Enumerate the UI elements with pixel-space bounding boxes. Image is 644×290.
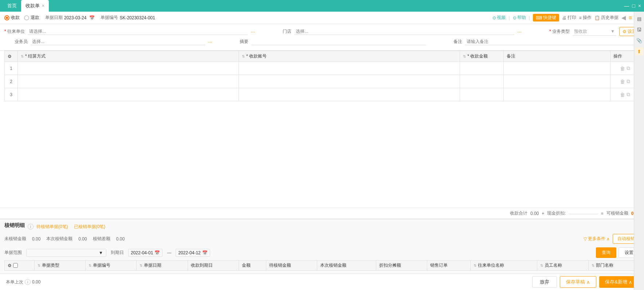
total-value: 0.00 [530, 211, 539, 216]
operation-btn[interactable]: ≡ 操作 [579, 15, 592, 21]
row-1-account[interactable] [239, 62, 460, 75]
date-from-input[interactable]: 2022-04-01 📅 [128, 249, 162, 257]
row-2-amount[interactable] [460, 75, 504, 88]
shortcut-btn[interactable]: ⌨ 快捷键 [533, 14, 559, 21]
sidebar-icon-2[interactable]: 🖫 [635, 26, 643, 34]
row-3-remark[interactable] [504, 88, 610, 101]
summary-input[interactable] [251, 38, 426, 45]
staff-input[interactable] [31, 38, 205, 45]
discount-input[interactable] [569, 212, 598, 214]
select-all-checkbox[interactable] [13, 263, 18, 268]
sidebar-icon-3[interactable]: 📎 [635, 36, 643, 44]
row-1-delete-icon[interactable]: 🗑 [620, 66, 625, 71]
bill-number-col: ⇅单据编号 [86, 260, 137, 271]
video-label: 视频 [497, 15, 506, 21]
operation-label: 操作 [583, 15, 592, 21]
bill-type-label: 单据类型 [42, 262, 59, 269]
refund-radio[interactable]: 退款 [24, 15, 39, 21]
discount-label: 现金折扣: [547, 210, 566, 216]
abandon-btn[interactable]: 放弃 [532, 276, 557, 288]
remark-col-label: 备注 [507, 54, 515, 59]
prev-bill-value: 0.00 [32, 279, 40, 285]
video-btn[interactable]: ⊙ 视频 [492, 15, 506, 21]
operation-icon: ≡ [579, 15, 582, 20]
unverified-label: 未核销金额 [4, 236, 26, 242]
verify-table: ⚙ ⇅单据类型 ⇅单据编号 ⇅单据日期 [4, 260, 640, 271]
row-2-remark[interactable] [504, 75, 610, 88]
number-value[interactable]: SK-20230324-001 [119, 15, 155, 20]
range-select[interactable]: ▼ [26, 249, 106, 257]
done-tab[interactable]: 已核销单据(0笔) [74, 224, 106, 230]
date-to-input[interactable]: 2022-04-12 📅 [176, 249, 210, 257]
row-1-amount[interactable] [460, 62, 504, 75]
receipt-type-group: 收款 退款 [4, 15, 39, 21]
date-from-value: 2022-04-01 [131, 250, 153, 255]
gear-check-col[interactable]: ⚙ [5, 260, 35, 271]
row-1-copy-icon[interactable]: ⧉ [627, 65, 630, 71]
row-3-amount[interactable] [460, 88, 504, 101]
current-col: 本次核销金额 [317, 260, 376, 271]
row-2-delete-icon[interactable]: 🗑 [620, 79, 625, 85]
print-label: 打印 [568, 15, 576, 21]
row-3-settlement[interactable] [18, 88, 239, 101]
date-value[interactable]: 2023-03-24 [64, 15, 86, 20]
row-3-account[interactable] [239, 88, 460, 101]
tab-receipt[interactable]: 收款单 × [21, 0, 49, 12]
from-unit-dots[interactable]: ··· [251, 29, 255, 35]
page-footer: 本单上次 i 0.00 放弃 保存草稿 ∧ 保存&新增 ∧ [0, 274, 644, 290]
verify-info-icon[interactable]: i [28, 224, 34, 230]
date-field: 单据日期 2023-03-24 📅 [45, 15, 95, 21]
bill-date-col: ⇅单据日期 [137, 260, 188, 271]
staff-dots[interactable]: ··· [208, 39, 212, 45]
query-btn[interactable]: 查询 [596, 247, 616, 258]
minimize-btn[interactable]: — [624, 3, 629, 9]
sidebar-icon-4[interactable]: ⬆ [635, 47, 643, 55]
info-icon-footer[interactable]: i [25, 279, 31, 285]
auto-verify-label: 自动核销 [617, 236, 635, 241]
row-3-delete-icon[interactable]: 🗑 [620, 92, 625, 98]
calendar-from-icon: 📅 [154, 250, 160, 255]
sales-order-label: 销售订单 [430, 263, 448, 268]
remark-input[interactable] [465, 38, 640, 45]
diff-value: 0.00 [116, 236, 125, 242]
amount-label: * 收款金额 [467, 53, 488, 59]
tab-receipt-close[interactable]: × [42, 3, 44, 8]
chevron-up-icon: ∧ [606, 236, 610, 242]
more-conditions-label: 更多条件 [588, 236, 605, 242]
row-2-copy-icon[interactable]: ⧉ [627, 78, 630, 85]
history-btn[interactable]: 📋 历史单据 [594, 15, 619, 21]
print-btn[interactable]: 🖨 打印 [562, 15, 576, 21]
shop-input[interactable] [294, 28, 514, 35]
row-1-remark[interactable] [504, 62, 610, 75]
help-btn[interactable]: ⊙ 帮助 [513, 15, 526, 21]
row-2-account[interactable] [239, 75, 460, 88]
due-date-label: 到期日 [111, 250, 124, 256]
row-3-copy-icon[interactable]: ⧉ [627, 91, 630, 98]
current-label: 本次核销金额 [320, 263, 346, 268]
prev-btn[interactable]: ◀ [621, 14, 626, 21]
row-1-settlement[interactable] [18, 62, 239, 75]
receipt-table: ⚙ ⇅ * 结算方式 ⇅ * 收款账号 [4, 51, 640, 101]
save-new-btn[interactable]: 保存&新增 ∧ [599, 276, 638, 288]
gear-bottom-icon: ⚙ [8, 263, 12, 268]
row-2-settlement[interactable] [18, 75, 239, 88]
form-row-2: 业务员 ··· 摘要 备注 [4, 38, 640, 45]
gear-header[interactable]: ⚙ [5, 51, 18, 62]
sidebar-icon-1[interactable]: ▤ [635, 15, 643, 23]
account-label: * 收款账号 [246, 53, 267, 59]
business-type-select[interactable]: 预收款 ▼ [573, 28, 616, 36]
close-window-btn[interactable]: × [638, 3, 641, 9]
more-conditions-btn[interactable]: ▽ 更多条件 ∧ [584, 236, 610, 242]
range-label: 单据范围 [4, 250, 22, 256]
save-draft-btn[interactable]: 保存草稿 ∧ [560, 276, 596, 288]
next-btn[interactable]: ≡ [629, 15, 632, 21]
pending-tab[interactable]: 待核销单据(0笔) [36, 224, 68, 230]
tab-home[interactable]: 首页 [3, 0, 21, 12]
calendar-icon[interactable]: 📅 [89, 15, 95, 20]
maximize-btn[interactable]: □ [632, 3, 635, 9]
shop-dots[interactable]: ··· [517, 29, 522, 35]
receipt-radio[interactable]: 收款 [4, 15, 20, 21]
from-unit-input[interactable] [28, 28, 248, 35]
tab-home-label: 首页 [7, 3, 17, 9]
from-unit-col-label: 往来单位名称 [478, 262, 504, 269]
